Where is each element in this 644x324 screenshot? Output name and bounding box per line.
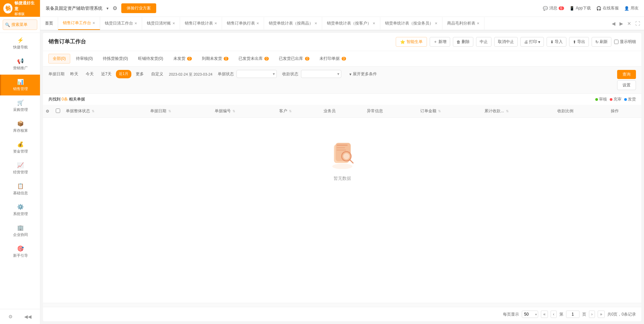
tab-sales-exec[interactable]: 销售订单执行表 ✕ xyxy=(222,17,264,30)
message-btn[interactable]: 💬 消息 6 xyxy=(543,5,564,11)
user-menu-btn[interactable]: 👤 用友 xyxy=(624,5,639,11)
sub-tab-shipped-stored[interactable]: 已发货已出库 0 xyxy=(274,54,314,64)
page-input[interactable] xyxy=(566,311,579,318)
select-all-checkbox[interactable] xyxy=(56,109,60,113)
settings-bottom-btn[interactable]: ⚙ xyxy=(6,312,15,321)
prev-page-btn[interactable]: ‹ xyxy=(551,311,557,318)
batch-audit-btn[interactable]: 审核 xyxy=(595,96,607,102)
refresh-btn[interactable]: ↻ 刷新 xyxy=(592,37,611,47)
tab-cash-reconcile[interactable]: 钱货日清对账 ✕ xyxy=(142,17,180,30)
purchase-label: 采购管理 xyxy=(13,107,28,112)
refresh-label: 刷新 xyxy=(600,39,608,45)
date-btn-today[interactable]: 今天 xyxy=(83,70,97,78)
sidebar-item-sales[interactable]: 📊 销售管理 xyxy=(0,75,40,95)
sidebar-item-system[interactable]: ⚙️ 系统管理 xyxy=(0,200,40,220)
sub-tab-shipped-not-stored[interactable]: 已发货未出库 0 xyxy=(234,54,273,64)
tab-sales-order[interactable]: 销售订单工作台 ✕ xyxy=(58,17,100,30)
tabs-next-btn[interactable]: ▶ xyxy=(618,19,625,28)
status-select[interactable] xyxy=(237,70,277,78)
sidebar-item-enterprise[interactable]: 🏢 企业协同 xyxy=(0,220,40,241)
col-customer[interactable]: 客户 ⇅ xyxy=(276,105,321,118)
content-area: 销售订单工作台 ⭐ 智能生单 ＋ 新增 🗑 删除 中止 xyxy=(40,30,644,324)
payment-select[interactable] xyxy=(301,70,341,78)
import-btn[interactable]: ⬇ 导入 xyxy=(547,37,566,47)
tabs-prev-btn[interactable]: ◀ xyxy=(610,19,617,28)
query-btn[interactable]: 查询 xyxy=(617,70,636,79)
sales-stats-staff-tab-close[interactable]: ✕ xyxy=(435,22,437,25)
sub-tab-all[interactable]: 全部(0) xyxy=(48,54,70,64)
system-dropdown[interactable]: ▾ xyxy=(106,6,109,11)
first-page-btn[interactable]: « xyxy=(541,311,548,318)
add-btn[interactable]: ＋ 新增 xyxy=(430,37,450,47)
sub-tab-unprinted[interactable]: 未打印单据 0 xyxy=(315,54,350,64)
cancel-stop-btn[interactable]: 取消中止 xyxy=(494,37,518,47)
filter-actions: 查询 设置 xyxy=(617,70,636,90)
date-btn-more[interactable]: 更多 xyxy=(133,70,147,78)
sidebar-item-finance[interactable]: 💰 资金管理 xyxy=(0,137,40,158)
sidebar-item-operations[interactable]: 📈 经营管理 xyxy=(0,158,40,179)
smart-order-btn[interactable]: ⭐ 智能生单 xyxy=(396,37,427,47)
tab-sales-stats-customer[interactable]: 销货单统计表（按客户） ✕ xyxy=(322,17,380,30)
col-number[interactable]: 单据编号 ⇅ xyxy=(212,105,276,118)
last-page-btn[interactable]: » xyxy=(598,311,605,318)
export-btn[interactable]: ⬆ 导出 xyxy=(569,37,589,47)
sales-stats-customer-tab-close[interactable]: ✕ xyxy=(373,22,375,25)
margin-analysis-tab-close[interactable]: ✕ xyxy=(477,22,479,25)
sales-stats-product-tab-close[interactable]: ✕ xyxy=(314,22,317,25)
sidebar-item-guide[interactable]: 🎯 新手引导 xyxy=(0,241,40,262)
tab-sales-stats[interactable]: 销售订单统计表 ✕ xyxy=(180,17,222,30)
sub-tab-unshipped[interactable]: 未发货 0 xyxy=(169,54,196,64)
sub-tab-wangpu-ship[interactable]: 旺铺待发货(0) xyxy=(134,54,168,64)
date-btn-custom[interactable]: 自定义 xyxy=(148,70,166,78)
tab-sales-stats-staff[interactable]: 销货单统计表（按业务员） ✕ xyxy=(380,17,442,30)
sales-exec-tab-label: 销售订单执行表 xyxy=(227,21,255,26)
horizontal-scroll[interactable] xyxy=(43,303,641,307)
col-received[interactable]: 累计收款... ⇅ xyxy=(482,105,555,118)
col-status[interactable]: 单据整体状态 ⇅ xyxy=(63,105,147,118)
show-detail-checkbox[interactable] xyxy=(614,40,618,44)
expand-filter-btn[interactable]: ▾ 展开更多条件 xyxy=(347,70,380,78)
col-settings[interactable]: ⚙ xyxy=(43,105,53,118)
collapse-btn[interactable]: ◀◀ xyxy=(22,312,34,321)
sidebar-logo: 畅 畅捷通好生意 标准版 xyxy=(0,0,40,17)
sales-stats-tab-close[interactable]: ✕ xyxy=(214,22,217,25)
show-detail-label[interactable]: 显示明细 xyxy=(614,39,636,45)
sub-tab-pending-check[interactable]: 待拣货验货(0) xyxy=(98,54,132,64)
sidebar-item-quick-nav[interactable]: ⚡ 快捷导航 xyxy=(0,33,40,54)
date-btn-7days[interactable]: 近7天 xyxy=(98,70,115,78)
online-service-btn[interactable]: 🎧 在线客服 xyxy=(596,5,619,11)
topbar-settings-btn[interactable]: ⚙ xyxy=(113,5,117,11)
batch-revoke-btn[interactable]: 充审 xyxy=(610,96,621,102)
col-amount[interactable]: 订单金额 ⇅ xyxy=(418,105,482,118)
tab-cash-daily[interactable]: 钱货日清工作台 ✕ xyxy=(100,17,142,30)
sidebar-item-marketing[interactable]: 📢 营销推广 xyxy=(0,54,40,75)
batch-ship-btn[interactable]: 发货 xyxy=(624,96,636,102)
delete-btn[interactable]: 🗑 删除 xyxy=(453,37,473,47)
tabs-maximize-btn[interactable]: ⛶ xyxy=(634,19,641,28)
per-page-select[interactable]: 20 50 100 200 xyxy=(522,311,538,318)
solution-btn[interactable]: 体验行业方案 xyxy=(121,3,156,13)
sub-tab-overdue-unshipped[interactable]: 到期未发货 0 xyxy=(198,54,233,64)
sales-exec-tab-close[interactable]: ✕ xyxy=(256,22,259,25)
cash-daily-tab-close[interactable]: ✕ xyxy=(134,22,137,25)
tab-sales-stats-product[interactable]: 销货单统计表（按商品） ✕ xyxy=(264,17,322,30)
stop-btn[interactable]: 中止 xyxy=(476,37,491,47)
filter-set-btn[interactable]: 设置 xyxy=(617,80,636,90)
next-page-btn[interactable]: › xyxy=(589,311,595,318)
sidebar-item-inventory[interactable]: 📦 库存核算 xyxy=(0,116,40,137)
sidebar-item-purchase[interactable]: 🛒 采购管理 xyxy=(0,95,40,116)
tab-home[interactable]: 首页 xyxy=(40,17,58,30)
date-btn-1month[interactable]: 近1月 xyxy=(116,70,131,78)
date-btn-yesterday[interactable]: 昨天 xyxy=(67,70,81,78)
search-menu-btn[interactable]: 🔍 搜索菜单 xyxy=(3,19,37,30)
tabs-close-all-btn[interactable]: ✕ xyxy=(626,19,633,28)
cash-reconcile-tab-close[interactable]: ✕ xyxy=(172,22,175,25)
sidebar-item-base-info[interactable]: 📋 基础信息 xyxy=(0,179,40,200)
sub-tab-pending-review[interactable]: 待审核(0) xyxy=(72,54,97,64)
col-date[interactable]: 单据日期 ⇅ xyxy=(147,105,212,118)
total-info: 共0页，0条记录 xyxy=(607,312,636,317)
app-download-btn[interactable]: 📱 App下载 xyxy=(569,5,591,11)
tab-margin-analysis[interactable]: 商品毛利分析表 ✕ xyxy=(442,17,484,30)
print-btn[interactable]: 🖨 打印 ▾ xyxy=(520,37,544,47)
sales-order-tab-close[interactable]: ✕ xyxy=(92,21,95,25)
